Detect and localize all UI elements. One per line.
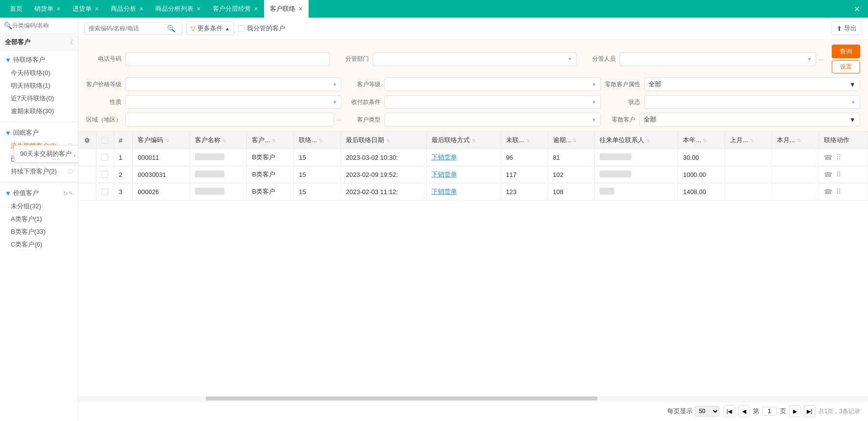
row1-contact-icon[interactable]: ☎ <box>824 153 832 161</box>
edit-icon[interactable]: ✎ <box>69 190 73 197</box>
export-button[interactable]: ⬆ 导出 <box>831 22 862 35</box>
close-purchase-icon[interactable]: ✕ <box>95 6 99 12</box>
close-sales-icon[interactable]: ✕ <box>56 6 61 12</box>
sidebar-item-converting-down[interactable]: 持续下滑客户(2) ⓘ <box>0 165 78 178</box>
dept-select[interactable]: ▼ <box>373 52 577 66</box>
th-last-contact-method[interactable]: 最后联络方式 ⇅ <box>426 132 501 149</box>
horizontal-scrollbar[interactable] <box>78 396 868 401</box>
row2-checkbox[interactable] <box>96 166 114 183</box>
th-overdue[interactable]: 逾期... ⇅ <box>548 132 595 149</box>
nav-purchase[interactable]: 进货单 ✕ <box>67 0 105 18</box>
row3-method[interactable]: 下销货单 <box>426 183 501 200</box>
sidebar-group-pending-title[interactable]: ▼ 待联络客户 <box>0 53 78 67</box>
close-customer-link-icon[interactable]: ✕ <box>298 6 303 12</box>
sidebar-item-b-class[interactable]: B类客户(33) <box>0 225 78 238</box>
th-this-month[interactable]: 本月... ⇅ <box>772 132 819 149</box>
row1-method[interactable]: 下销货单 <box>426 149 501 166</box>
row1-more-icon[interactable]: ⠿ <box>836 153 841 161</box>
nav-analysis-table[interactable]: 商品分析列表 ✕ <box>149 0 207 18</box>
last-page-button[interactable]: ▶| <box>804 405 816 417</box>
sidebar-item-c-class[interactable]: C类客户(6) <box>0 238 78 251</box>
nature-select[interactable]: ▼ <box>125 95 341 109</box>
phone-input[interactable] <box>125 52 330 66</box>
nav-customer-tier[interactable]: 客户分层经营 ✕ <box>207 0 264 18</box>
select-all-checkbox[interactable] <box>101 137 108 144</box>
row3-select-checkbox[interactable] <box>101 188 108 195</box>
status-select[interactable]: ▼ <box>644 95 860 109</box>
tm-sort-icon[interactable]: ⇅ <box>797 138 801 143</box>
customer-level-select[interactable]: ▼ <box>385 77 601 91</box>
row1-checkbox[interactable] <box>96 149 114 166</box>
all-customers-section[interactable]: 全部客户 《 <box>0 34 78 51</box>
th-type[interactable]: 客户... ⇅ <box>247 132 294 149</box>
th-unit-contact[interactable]: 往来单位联系人 ⇅ <box>595 132 678 149</box>
more-conditions-button[interactable]: ▽ 更多条件 ▲ <box>186 22 234 35</box>
my-customers-filter[interactable]: 我分管的客户 <box>238 24 285 33</box>
th-this-year[interactable]: 本年... ⇅ <box>678 132 725 149</box>
row2-contact-icon[interactable]: ☎ <box>824 171 832 178</box>
region-select[interactable] <box>125 113 334 126</box>
overdue-sort-icon[interactable]: ⇅ <box>573 138 577 143</box>
page-number-input[interactable] <box>762 407 777 416</box>
person-ellipsis-button[interactable]: ··· <box>818 55 824 63</box>
name-sort-icon[interactable]: ⇅ <box>222 138 226 143</box>
row1-select-checkbox[interactable] <box>101 154 108 161</box>
date-sort-icon[interactable]: ⇅ <box>386 138 390 143</box>
nav-home[interactable]: 首页 <box>4 0 28 18</box>
row3-checkbox[interactable] <box>96 183 114 200</box>
close-analysis-icon[interactable]: ✕ <box>139 6 144 12</box>
first-page-button[interactable]: |◀ <box>723 405 735 417</box>
nav-customer-link[interactable]: 客户联络 ✕ <box>264 0 309 18</box>
sidebar-item-overdue[interactable]: 逾期未联络(30) <box>0 105 78 118</box>
my-customers-checkbox[interactable] <box>238 25 245 32</box>
sidebar-item-today[interactable]: 今天待联络(0) <box>0 67 78 79</box>
per-page-select[interactable]: 50 100 200 <box>695 406 720 417</box>
nav-sales[interactable]: 销货单 ✕ <box>28 0 67 18</box>
payment-select[interactable]: ▼ <box>385 95 601 109</box>
contact-sort-icon[interactable]: ⇅ <box>319 138 323 143</box>
scattered-attr-select[interactable]: 全部 ▼ <box>644 77 860 91</box>
row2-more-icon[interactable]: ⠿ <box>836 171 841 178</box>
th-contact[interactable]: 联络... ⇅ <box>294 132 341 149</box>
search-input[interactable] <box>89 25 167 32</box>
th-name[interactable]: 客户名称 ⇅ <box>190 132 247 149</box>
row2-method[interactable]: 下销货单 <box>426 166 501 183</box>
th-code[interactable]: 客户编码 ⇅ <box>133 132 190 149</box>
th-uncontacted[interactable]: 未联... ⇅ <box>501 132 548 149</box>
window-close-button[interactable]: ✕ <box>850 4 864 14</box>
settings-button[interactable]: 设置 <box>832 60 860 74</box>
lm-sort-icon[interactable]: ⇅ <box>750 138 754 143</box>
unit-sort-icon[interactable]: ⇅ <box>646 138 650 143</box>
row3-more-icon[interactable]: ⠿ <box>836 188 841 196</box>
type-sort-icon[interactable]: ⇅ <box>272 138 276 143</box>
sidebar-group-valued-title[interactable]: ▼ 价值客户 ↻ ✎ <box>0 186 78 200</box>
sidebar-item-a-class[interactable]: A类客户(1) <box>0 213 78 225</box>
search-button[interactable]: 🔍 <box>167 25 175 32</box>
sidebar-group-lapsed-title[interactable]: ▼ 回眠客户 <box>0 126 78 140</box>
th-checkbox[interactable] <box>96 132 114 149</box>
sidebar-item-week[interactable]: 近7天待联络(0) <box>0 92 78 105</box>
close-customer-tier-icon[interactable]: ✕ <box>254 6 258 12</box>
region-ellipsis-button[interactable]: ··· <box>336 116 342 124</box>
scattered-select[interactable]: 全部 ▼ <box>639 113 860 126</box>
prev-page-button[interactable]: ◀ <box>738 405 750 417</box>
close-analysis-table-icon[interactable]: ✕ <box>196 6 201 12</box>
person-select[interactable]: ▼ <box>620 52 816 66</box>
th-last-month[interactable]: 上月... ⇅ <box>725 132 772 149</box>
scrollbar-thumb[interactable] <box>206 396 598 400</box>
row3-contact-icon[interactable]: ☎ <box>824 188 832 196</box>
code-sort-icon[interactable]: ⇅ <box>165 138 169 143</box>
sidebar-item-tomorrow[interactable]: 明天待联络(1) <box>0 79 78 92</box>
next-page-button[interactable]: ▶ <box>789 405 801 417</box>
year-sort-icon[interactable]: ⇅ <box>703 138 707 143</box>
nav-analysis[interactable]: 商品分析 ✕ <box>105 0 149 18</box>
settings-gear-icon[interactable]: ⚙ <box>84 137 90 144</box>
query-button[interactable]: 查询 <box>832 45 860 58</box>
sidebar-search-input[interactable] <box>12 22 78 29</box>
refresh-icon[interactable]: ↻ <box>63 190 68 197</box>
price-level-select[interactable]: ▼ <box>125 77 341 91</box>
customer-type-select[interactable]: ▼ <box>385 113 601 126</box>
row2-select-checkbox[interactable] <box>101 171 108 178</box>
uncontacted-sort-icon[interactable]: ⇅ <box>526 138 530 143</box>
th-last-contact-date[interactable]: 最后联络日期 ⇅ <box>340 132 426 149</box>
